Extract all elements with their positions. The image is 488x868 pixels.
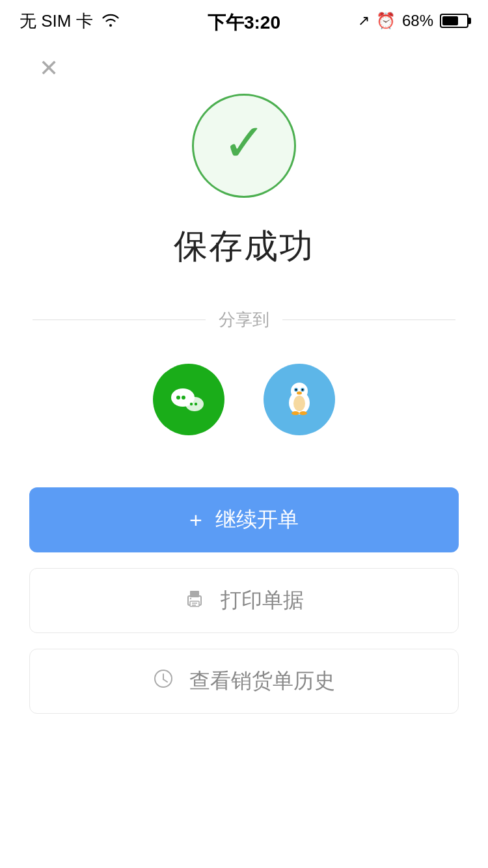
divider-line-right (282, 319, 455, 320)
clock-icon (153, 668, 174, 694)
check-icon: ✓ (223, 117, 266, 169)
close-icon: ✕ (39, 57, 59, 80)
svg-point-14 (291, 411, 299, 415)
share-divider: 分享到 (33, 308, 455, 331)
svg-point-5 (195, 403, 197, 405)
close-button[interactable]: ✕ (33, 52, 65, 85)
svg-point-2 (182, 396, 185, 400)
success-circle: ✓ (192, 94, 296, 198)
main-content: ✓ 保存成功 分享到 (0, 42, 488, 727)
svg-rect-18 (190, 601, 199, 606)
svg-point-12 (297, 392, 302, 395)
status-bar: 无 SIM 卡 下午3:20 ↗ ⏰ 68% (0, 0, 488, 42)
print-button[interactable]: 打印单据 (29, 568, 459, 633)
alarm-icon: ⏰ (376, 12, 396, 30)
printer-icon (184, 588, 205, 614)
continue-button[interactable]: + 继续开单 (29, 487, 459, 552)
status-time: 下午3:20 (208, 10, 280, 35)
plus-icon: + (189, 508, 202, 533)
qq-icon (280, 380, 319, 419)
wechat-icon (169, 380, 208, 419)
share-icons (153, 364, 335, 435)
svg-point-13 (293, 396, 305, 411)
battery-percent: 68% (402, 12, 433, 30)
no-sim-text: 无 SIM 卡 (20, 10, 93, 33)
print-label: 打印单据 (221, 586, 304, 615)
svg-line-24 (163, 679, 167, 682)
svg-point-10 (295, 389, 297, 391)
status-right: ↗ ⏰ 68% (358, 12, 468, 30)
qq-share-button[interactable] (264, 364, 335, 435)
action-buttons: + 继续开单 打印单据 (29, 487, 459, 714)
svg-point-4 (190, 403, 193, 405)
wifi-icon (101, 11, 120, 31)
history-label: 查看销货单历史 (189, 667, 335, 696)
continue-label: 继续开单 (215, 506, 299, 534)
history-button[interactable]: 查看销货单历史 (29, 649, 459, 714)
battery-icon (440, 14, 468, 28)
svg-point-21 (190, 597, 191, 599)
svg-point-15 (299, 411, 307, 415)
battery-fill (442, 16, 458, 25)
wechat-share-button[interactable] (153, 364, 224, 435)
status-left: 无 SIM 卡 (20, 10, 120, 33)
svg-point-11 (302, 389, 304, 391)
share-label: 分享到 (219, 308, 269, 331)
svg-point-1 (176, 396, 180, 400)
success-title: 保存成功 (174, 224, 314, 269)
svg-rect-17 (190, 591, 199, 597)
divider-line-left (33, 319, 206, 320)
location-icon: ↗ (358, 12, 370, 29)
